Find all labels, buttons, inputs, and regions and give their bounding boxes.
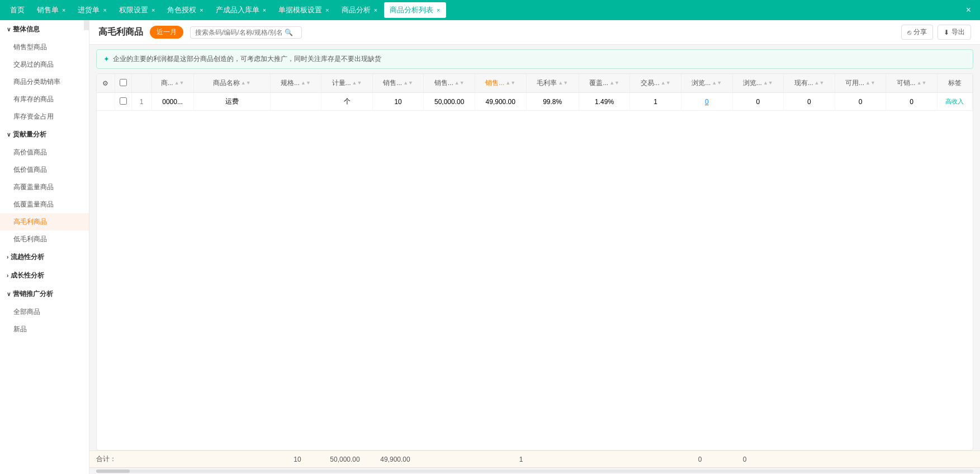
select-all-checkbox[interactable]	[120, 79, 127, 86]
td-browse1[interactable]: 0	[681, 93, 732, 111]
search-box: 🔍	[190, 26, 302, 39]
tab-permissions[interactable]: 权限设置 ×	[113, 2, 160, 18]
sort-icon-8: ▲▼	[558, 81, 568, 86]
bottom-scrollbar[interactable]	[89, 467, 980, 474]
data-table: ⚙ 商...▲▼ 商品名称▲▼ 规格...▲▼ 计量.	[97, 74, 973, 111]
browse1-link[interactable]: 0	[705, 98, 709, 106]
sidebar-item-stock-capital[interactable]: 库存资金占用	[0, 108, 89, 125]
sidebar-item-low-value[interactable]: 低价值商品	[0, 161, 89, 179]
sidebar-group-marketing[interactable]: ∨ 营销推广分析	[0, 285, 89, 303]
th-current[interactable]: 现有...▲▼	[784, 74, 835, 93]
data-table-wrapper: ⚙ 商...▲▼ 商品名称▲▼ 规格...▲▼ 计量.	[96, 73, 973, 450]
sidebar-item-sales-goods[interactable]: 销售型商品	[0, 39, 89, 56]
sidebar-item-traded-goods[interactable]: 交易过的商品	[0, 56, 89, 73]
sidebar-item-stock-goods[interactable]: 有库存的商品	[0, 91, 89, 108]
sidebar-item-high-coverage[interactable]: 高覆盖量商品	[0, 179, 89, 196]
close-tab-analysis[interactable]: ×	[374, 7, 377, 13]
top-navigation: 首页 销售单 × 进货单 × 权限设置 × 角色授权 × 产成品入库单 × 单据…	[0, 0, 980, 20]
sort-icon-9: ▲▼	[609, 81, 619, 86]
content-header: 高毛利商品 近一月 🔍 ⎋ 分享 ⬇ 导出	[89, 20, 980, 45]
td-available: 0	[835, 93, 886, 111]
footer-saleable: 0	[722, 456, 767, 463]
export-button[interactable]: ⬇ 导出	[938, 25, 971, 40]
sidebar-collapse-button[interactable]: 《	[84, 20, 89, 30]
td-sales-amt: 50,000.00	[424, 93, 475, 111]
th-checkbox[interactable]	[115, 74, 131, 93]
sort-icon-12: ▲▼	[763, 81, 773, 86]
sidebar-group-trend[interactable]: › 流趋性分析	[0, 248, 89, 266]
tab-home[interactable]: 首页	[4, 2, 30, 18]
header-actions: ⎋ 分享 ⬇ 导出	[901, 25, 971, 40]
sidebar-item-low-coverage[interactable]: 低覆盖量商品	[0, 196, 89, 213]
scrollbar-track[interactable]	[96, 470, 973, 473]
th-trade[interactable]: 交易...▲▼	[630, 74, 681, 93]
td-name: 运费	[193, 93, 270, 111]
th-spec[interactable]: 规格...▲▼	[270, 74, 321, 93]
footer-available: 0	[678, 456, 722, 463]
info-icon: ✦	[103, 55, 110, 63]
sidebar-group-growth[interactable]: › 成长性分析	[0, 266, 89, 285]
sidebar-group-contribution[interactable]: ∨ 贡献量分析	[0, 125, 89, 144]
tab-roles[interactable]: 角色授权 ×	[162, 2, 209, 18]
table-header-row: ⚙ 商...▲▼ 商品名称▲▼ 规格...▲▼ 计量.	[97, 74, 973, 93]
sidebar-item-category-rate[interactable]: 商品分类助销率	[0, 73, 89, 91]
th-sales-cost[interactable]: 销售...▲▼	[475, 74, 526, 93]
close-tab-product-inbound[interactable]: ×	[263, 7, 266, 13]
filter-recent-month-button[interactable]: 近一月	[150, 26, 183, 39]
arrow-icon-5: ∨	[7, 291, 11, 297]
td-browse2: 0	[732, 93, 784, 111]
sidebar-item-high-value[interactable]: 高价值商品	[0, 144, 89, 161]
sidebar-item-high-margin[interactable]: 高毛利商品	[0, 213, 89, 231]
th-code[interactable]: 商...▲▼	[152, 74, 193, 93]
td-coverage: 1.49%	[579, 93, 630, 111]
main-layout: 《 ∨ 整体信息 销售型商品 交易过的商品 商品分类助销率 有库存的商品 库存资…	[0, 20, 980, 474]
close-all-tabs[interactable]: ×	[962, 5, 976, 15]
sidebar-item-low-margin[interactable]: 低毛利商品	[0, 231, 89, 248]
th-sales-qty[interactable]: 销售...▲▼	[372, 74, 424, 93]
row-checkbox[interactable]	[120, 97, 127, 105]
search-icon[interactable]: 🔍	[285, 29, 293, 36]
tab-product-inbound[interactable]: 产成品入库单 ×	[210, 2, 272, 18]
td-unit: 个	[321, 93, 373, 111]
th-sales-amt[interactable]: 销售...▲▼	[424, 74, 475, 93]
close-tab-permissions[interactable]: ×	[152, 7, 155, 13]
sidebar-group-overall[interactable]: ∨ 整体信息	[0, 20, 89, 39]
th-tag[interactable]: 标签	[937, 74, 972, 93]
th-browse1[interactable]: 浏览...▲▼	[681, 74, 732, 93]
close-tab-template[interactable]: ×	[325, 7, 329, 13]
content-area: 高毛利商品 近一月 🔍 ⎋ 分享 ⬇ 导出 ✦ 企业的主要的利润都是这部分商品创…	[89, 20, 980, 474]
close-tab-sales[interactable]: ×	[62, 7, 65, 13]
arrow-icon-3: ›	[7, 254, 8, 260]
scrollbar-thumb[interactable]	[96, 470, 130, 473]
tab-analysis-list[interactable]: 商品分析列表 ×	[384, 2, 446, 18]
search-input[interactable]	[195, 29, 285, 36]
tab-template[interactable]: 单据模板设置 ×	[273, 2, 334, 18]
td-num: 1	[131, 93, 152, 111]
tab-sales[interactable]: 销售单 ×	[31, 2, 71, 18]
sort-icon: ▲▼	[174, 81, 184, 86]
arrow-icon-2: ∨	[7, 132, 11, 138]
sort-icon-10: ▲▼	[661, 81, 671, 86]
close-tab-purchase[interactable]: ×	[103, 7, 106, 13]
th-settings[interactable]: ⚙	[97, 74, 115, 93]
th-browse2[interactable]: 浏览...▲▼	[732, 74, 784, 93]
th-coverage[interactable]: 覆盖...▲▼	[579, 74, 630, 93]
share-icon: ⎋	[907, 29, 911, 36]
share-button[interactable]: ⎋ 分享	[901, 25, 933, 40]
th-available[interactable]: 可用...▲▼	[835, 74, 886, 93]
th-saleable[interactable]: 可销...▲▼	[886, 74, 938, 93]
tab-purchase[interactable]: 进货单 ×	[72, 2, 112, 18]
sidebar-item-new-goods[interactable]: 新品	[0, 321, 89, 338]
sidebar-item-all-goods[interactable]: 全部商品	[0, 303, 89, 321]
sidebar: 《 ∨ 整体信息 销售型商品 交易过的商品 商品分类助销率 有库存的商品 库存资…	[0, 20, 89, 474]
sort-icon-13: ▲▼	[815, 81, 825, 86]
close-tab-roles[interactable]: ×	[200, 7, 203, 13]
th-name[interactable]: 商品名称▲▼	[193, 74, 270, 93]
footer-label: 合计：	[96, 454, 275, 464]
footer-sales-amt: 50,000.00	[320, 456, 370, 463]
th-unit[interactable]: 计量...▲▼	[321, 74, 373, 93]
tab-analysis[interactable]: 商品分析 ×	[336, 2, 383, 18]
th-gross-rate[interactable]: 毛利率▲▼	[526, 74, 579, 93]
td-checkbox[interactable]	[115, 93, 131, 111]
close-tab-analysis-list[interactable]: ×	[437, 7, 440, 13]
